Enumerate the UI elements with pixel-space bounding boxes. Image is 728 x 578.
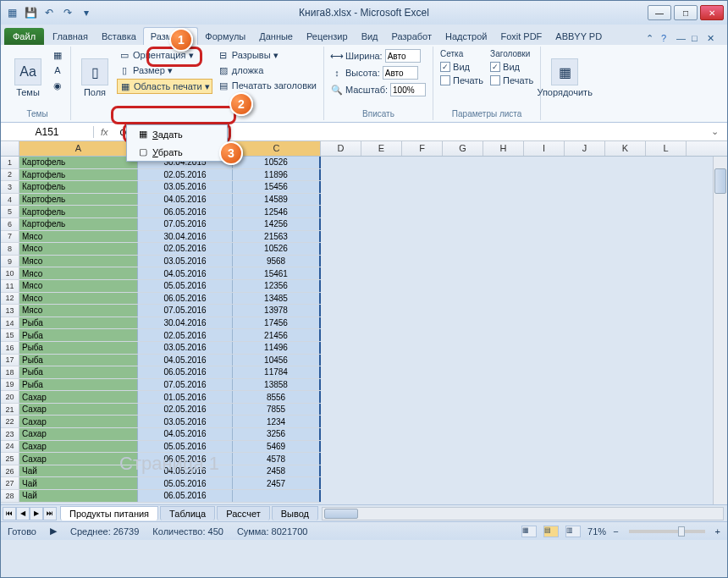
col-D[interactable]: D	[321, 141, 361, 156]
row-header[interactable]: 9	[1, 256, 19, 267]
table-row[interactable]: 5Картофель06.05.201612546	[1, 206, 321, 218]
cell[interactable]: 13858	[233, 379, 321, 391]
tab-foxit[interactable]: Foxit PDF	[494, 28, 549, 45]
cell[interactable]: 12356	[233, 280, 321, 292]
cell[interactable]: 10456	[233, 355, 321, 366]
table-row[interactable]: 15Рыба02.05.201621456	[1, 329, 321, 342]
cell[interactable]: 21456	[233, 329, 321, 341]
width-input[interactable]	[385, 49, 421, 63]
minimize-ribbon-icon[interactable]: ⌃	[646, 33, 658, 45]
tab-insert[interactable]: Вставка	[95, 28, 143, 45]
table-row[interactable]: 18Рыба06.05.201611784	[1, 366, 321, 379]
table-row[interactable]: 23Сахар04.05.20163256	[1, 428, 321, 441]
col-H[interactable]: H	[483, 141, 524, 156]
cell[interactable]: 04.05.2016	[138, 465, 233, 477]
table-row[interactable]: 24Сахар05.05.20165469	[1, 441, 321, 454]
tab-formulas[interactable]: Формулы	[198, 28, 252, 45]
cell[interactable]: 04.05.2016	[138, 428, 233, 440]
cell[interactable]: Сахар	[19, 428, 138, 440]
save-icon[interactable]: 💾	[23, 5, 38, 20]
cell[interactable]: 04.05.2016	[138, 355, 233, 366]
row-header[interactable]: 26	[1, 465, 19, 477]
sheet-tab-2[interactable]: Таблица	[160, 506, 215, 520]
table-row[interactable]: 2Картофель02.05.201611896	[1, 169, 321, 182]
table-row[interactable]: 17Рыба04.05.201610456	[1, 355, 321, 367]
cell[interactable]: 4578	[233, 453, 321, 465]
tab-home[interactable]: Главная	[46, 28, 95, 45]
cell[interactable]: Мясо	[19, 231, 138, 243]
col-G[interactable]: G	[443, 141, 483, 156]
cell[interactable]: 15461	[233, 267, 321, 279]
maximize-button[interactable]: □	[674, 5, 698, 20]
cell[interactable]: Картофель	[19, 169, 138, 181]
table-row[interactable]: 9Мясо03.05.20169568	[1, 256, 321, 268]
cell[interactable]: Мясо	[19, 256, 138, 267]
cell[interactable]: 14589	[233, 194, 321, 206]
margins-button[interactable]: ▯ Поля	[76, 48, 113, 107]
cell[interactable]: Рыба	[19, 317, 138, 329]
cell[interactable]: 13978	[233, 305, 321, 317]
cell[interactable]: 30.04.2016	[138, 231, 233, 243]
table-row[interactable]: 6Картофель07.05.201614256	[1, 218, 321, 231]
zoom-slider[interactable]	[629, 530, 705, 533]
cell[interactable]: Картофель	[19, 157, 138, 168]
view-pagelayout[interactable]: ▤	[543, 526, 559, 537]
cell[interactable]: 30.04.2016	[138, 317, 233, 329]
row-header[interactable]: 8	[1, 243, 19, 255]
print-area-button[interactable]: ▦Область печати ▾	[117, 79, 212, 94]
row-header[interactable]: 7	[1, 231, 19, 243]
cell[interactable]: 02.05.2016	[138, 329, 233, 341]
zoom-in[interactable]: +	[715, 526, 720, 537]
cell[interactable]: 02.05.2016	[138, 404, 233, 416]
cell[interactable]: 11496	[233, 342, 321, 354]
cell[interactable]: 06.05.2016	[138, 453, 233, 465]
fx-icon[interactable]: fx	[94, 127, 115, 137]
table-row[interactable]: 27Чай05.05.20162457	[1, 477, 321, 490]
grid-print[interactable]: Печать	[438, 74, 485, 86]
cell[interactable]: 03.05.2016	[138, 181, 233, 193]
cell[interactable]: Чай	[19, 465, 138, 477]
themes-button[interactable]: Aa Темы	[9, 48, 47, 107]
cell[interactable]: 7855	[233, 404, 321, 416]
help-icon[interactable]: ?	[661, 33, 673, 45]
row-header[interactable]: 14	[1, 317, 19, 329]
cell[interactable]: 03.05.2016	[138, 342, 233, 354]
row-header[interactable]: 19	[1, 379, 19, 391]
cell[interactable]: Рыба	[19, 366, 138, 378]
cell[interactable]: Мясо	[19, 305, 138, 317]
cell[interactable]: 06.05.2016	[138, 366, 233, 378]
cell[interactable]: 2457	[233, 477, 321, 489]
table-row[interactable]: 26Чай04.05.20162458	[1, 465, 321, 478]
cell[interactable]: 5469	[233, 441, 321, 453]
sheet-nav-last[interactable]: ⏭	[43, 507, 57, 520]
cell[interactable]: Картофель	[19, 218, 138, 230]
cell[interactable]: 03.05.2016	[138, 416, 233, 427]
tab-view[interactable]: Вид	[355, 28, 385, 45]
zoom-value[interactable]: 71%	[587, 526, 606, 537]
cell[interactable]: Мясо	[19, 243, 138, 255]
cell[interactable]: Рыба	[19, 342, 138, 354]
row-header[interactable]: 4	[1, 194, 19, 206]
grid-view[interactable]: ✓Вид	[438, 61, 485, 73]
col-E[interactable]: E	[361, 141, 402, 156]
table-row[interactable]: 16Рыба03.05.201611496	[1, 342, 321, 355]
cell[interactable]: Рыба	[19, 329, 138, 341]
print-titles-button[interactable]: ▤Печатать заголовки	[216, 79, 318, 92]
macro-icon[interactable]: ▶	[50, 526, 57, 537]
row-header[interactable]: 20	[1, 391, 19, 403]
cell[interactable]: 10526	[233, 243, 321, 255]
table-row[interactable]: 28Чай06.05.2016	[1, 490, 321, 503]
row-header[interactable]: 28	[1, 490, 19, 502]
row-header[interactable]: 5	[1, 206, 19, 217]
name-box[interactable]: A151	[1, 126, 94, 138]
tab-addins[interactable]: Надстрой	[438, 28, 494, 45]
breaks-button[interactable]: ⊟Разрывы ▾	[216, 48, 318, 62]
scale-input[interactable]	[390, 83, 426, 96]
vertical-scrollbar[interactable]	[713, 157, 727, 504]
background-button[interactable]: ▨дложка	[216, 63, 318, 77]
row-header[interactable]: 18	[1, 366, 19, 378]
col-C[interactable]: C	[233, 141, 321, 156]
table-row[interactable]: 10Мясо04.05.201615461	[1, 267, 321, 280]
height-input[interactable]	[383, 66, 418, 80]
col-J[interactable]: J	[565, 141, 605, 156]
